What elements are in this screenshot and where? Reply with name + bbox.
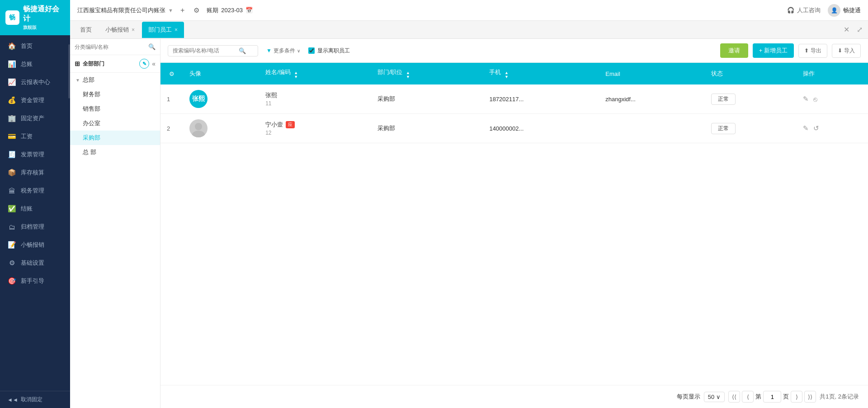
dept-item-sales[interactable]: 销售部 — [70, 102, 160, 116]
sidebar-item-funds[interactable]: 💰 资金管理 — [0, 91, 70, 109]
dept-item-label: 财务部 — [83, 90, 100, 98]
sidebar-item-archive[interactable]: 🗂 归档管理 — [0, 218, 70, 236]
avatar-svg — [189, 119, 208, 137]
employee-code: 11 — [265, 100, 365, 107]
sidebar-item-closing[interactable]: ✅ 结账 — [0, 200, 70, 218]
main-area: 江西服宝精品有限责任公司内账张 ▼ + ⚙ 账期 2023-03 📅 🎧 人工咨… — [70, 0, 868, 408]
invite-button[interactable]: 邀请 — [720, 43, 748, 58]
edit-icon[interactable]: ✎ — [803, 124, 809, 132]
sidebar-item-salary[interactable]: 💳 工资 — [0, 127, 70, 145]
show-resigned-checkbox[interactable]: 显示离职员工 — [308, 47, 350, 55]
col-settings[interactable]: ⚙ — [160, 63, 183, 84]
col-dept[interactable]: 部门/职位 ▲▼ — [371, 63, 483, 84]
company-selector[interactable]: 江西服宝精品有限责任公司内账张 ▼ — [77, 6, 173, 14]
svg-point-0 — [195, 123, 202, 130]
page-label: 页 — [783, 393, 789, 401]
tab-employees[interactable]: 部门员工 × — [142, 22, 184, 38]
invoice-icon: 🧾 — [7, 150, 16, 159]
dept-collapse-icon[interactable]: « — [152, 60, 156, 67]
employee-code: 12 — [265, 130, 365, 136]
sidebar-item-home[interactable]: 🏠 首页 — [0, 37, 70, 55]
employee-search-box: 🔍 — [168, 45, 258, 56]
employee-name: 张熙 — [265, 91, 277, 99]
dept-item-general[interactable]: ▼ 总部 — [70, 73, 160, 87]
col-phone[interactable]: 手机 ▲▼ — [483, 63, 599, 84]
dept-search-input[interactable] — [75, 44, 146, 50]
tab-expense-close[interactable]: × — [132, 27, 135, 33]
col-name[interactable]: 姓名/编码 ▲▼ — [259, 63, 371, 84]
sidebar-item-tax[interactable]: 🏛 税务管理 — [0, 182, 70, 200]
table-row: 2 — [160, 114, 868, 143]
show-resigned-input[interactable] — [308, 47, 315, 54]
dept-search-icon[interactable]: 🔍 — [148, 43, 156, 50]
dept-item-purchase[interactable]: 采购部 — [70, 131, 160, 145]
service-button[interactable]: 🎧 人工咨询 — [787, 6, 821, 14]
close-tab-icon[interactable]: ✕ — [842, 23, 851, 36]
period-selector[interactable]: 账期 2023-03 📅 — [207, 6, 253, 14]
tab-employees-close[interactable]: × — [175, 27, 178, 33]
page-last-button[interactable]: ⟩⟩ — [804, 391, 816, 403]
headset-icon: 🎧 — [787, 7, 794, 14]
logo-sub: 旗舰版 — [23, 24, 65, 31]
period-value: 2023-03 — [221, 7, 243, 14]
filter-button[interactable]: ▼ 更多条件 ∨ — [263, 45, 304, 56]
name-row: 宁小壹 应 — [265, 121, 365, 129]
topbar-right: 🎧 人工咨询 👤 畅捷通 — [787, 4, 861, 17]
sidebar-item-guide[interactable]: 🎯 新手引导 — [0, 272, 70, 290]
company-dropdown-icon: ▼ — [168, 8, 173, 13]
table-row: 1 张熙 张熙 11 — [160, 84, 868, 114]
logout-icon[interactable]: ⎋ — [813, 95, 817, 103]
dept-search-box: 🔍 — [70, 39, 160, 55]
tab-home[interactable]: 首页 — [74, 22, 98, 38]
page-nav: ⟨⟨ ⟨ 第 页 ⟩ ⟩⟩ — [728, 391, 816, 403]
ledger-icon: 📊 — [7, 60, 16, 68]
add-employee-button[interactable]: + 新增员工 — [753, 43, 794, 58]
sidebar-item-settings[interactable]: ⚙ 基础设置 — [0, 254, 70, 272]
page-input[interactable] — [763, 391, 781, 403]
page-next-button[interactable]: ⟩ — [791, 391, 802, 403]
topbar: 江西服宝精品有限责任公司内账张 ▼ + ⚙ 账期 2023-03 📅 🎧 人工咨… — [70, 0, 868, 21]
dept-tree: ▼ 总部 财务部 销售部 办公室 采购部 总 部 — [70, 73, 160, 408]
sidebar-item-invoice[interactable]: 🧾 发票管理 — [0, 145, 70, 164]
page-prev-button[interactable]: ⟨ — [742, 391, 754, 403]
employee-search-input[interactable] — [173, 47, 236, 54]
unpin-button[interactable]: ◄◄ 取消固定 — [0, 391, 70, 408]
tag-badge: 应 — [286, 121, 295, 128]
export-button[interactable]: ⬆ 导出 — [798, 44, 827, 58]
filter-label: 更多条件 — [274, 47, 295, 55]
page-first-button[interactable]: ⟨⟨ — [728, 391, 740, 403]
status-badge: 正常 — [711, 94, 736, 105]
sidebar-item-assets[interactable]: 🏢 固定资产 — [0, 109, 70, 127]
sidebar-item-label: 新手引导 — [21, 277, 44, 285]
dept-item-finance[interactable]: 财务部 — [70, 87, 160, 102]
add-tab-button[interactable]: + — [179, 5, 186, 16]
sidebar-item-ledger[interactable]: 📊 总账 — [0, 55, 70, 73]
dept-item-head[interactable]: 总 部 — [70, 145, 160, 159]
row-avatar-cell — [183, 114, 259, 143]
avatar: 张熙 — [189, 90, 208, 108]
user-menu[interactable]: 👤 畅捷通 — [828, 4, 861, 17]
settings-icon[interactable]: ⚙ — [192, 5, 201, 16]
tab-expense-label: 小畅报销 — [105, 26, 129, 34]
dept-item-office[interactable]: 办公室 — [70, 116, 160, 131]
sidebar-item-expense[interactable]: 📝 小畅报销 — [0, 236, 70, 254]
sidebar-item-label: 总账 — [21, 60, 33, 68]
expand-tab-icon[interactable]: ⤢ — [855, 23, 864, 36]
status-badge: 正常 — [711, 123, 736, 134]
edit-icon[interactable]: ✎ — [803, 95, 809, 103]
dept-edit-icon[interactable]: ✎ — [139, 59, 149, 69]
sidebar-item-reports[interactable]: 📈 云报表中心 — [0, 73, 70, 91]
sidebar-item-inventory[interactable]: 📦 库存核算 — [0, 164, 70, 182]
per-page-select[interactable]: 50 ∨ — [704, 392, 725, 402]
sidebar-item-label: 税务管理 — [21, 187, 44, 195]
import-button[interactable]: ⬇ 导入 — [832, 44, 861, 58]
salary-icon: 💳 — [7, 132, 16, 141]
tab-expense[interactable]: 小畅报销 × — [99, 22, 141, 38]
row-email-cell — [599, 114, 705, 143]
all-dept-header: ⊞ 全部部门 ✎ « — [70, 55, 160, 73]
employee-search-icon[interactable]: 🔍 — [239, 47, 246, 54]
tab-home-label: 首页 — [80, 26, 92, 34]
sidebar-item-label: 工资 — [21, 132, 33, 141]
refresh-icon[interactable]: ↺ — [813, 124, 819, 132]
row-num: 1 — [160, 84, 183, 114]
